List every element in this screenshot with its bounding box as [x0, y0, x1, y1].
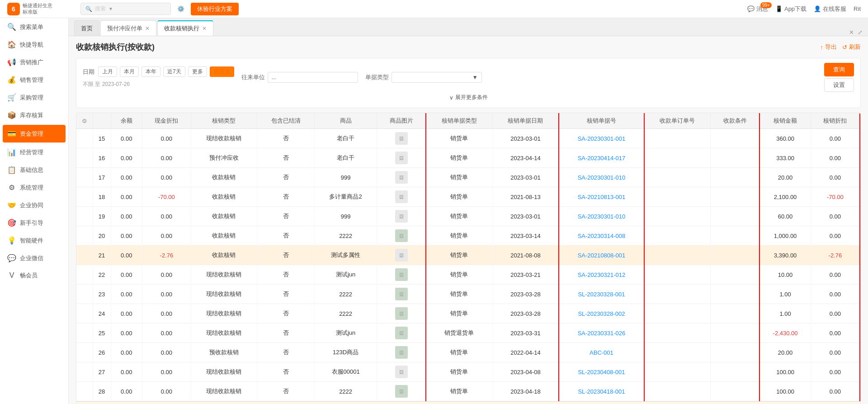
td-seq: 28 [93, 382, 111, 401]
sidebar-item-资金管理[interactable]: 💳资金管理 [3, 125, 66, 143]
sidebar-item-快捷导航[interactable]: 🏠快捷导航 [0, 36, 68, 53]
search-placeholder: 搜索 [95, 5, 106, 13]
date-btn-7days[interactable]: 近7天 [163, 67, 185, 77]
td-product-img: 🖼 [377, 323, 426, 343]
td-row-checkbox [76, 246, 93, 265]
td-row-checkbox [76, 168, 93, 187]
sidebar-item-基础信息[interactable]: 📋基础信息 [0, 161, 68, 179]
tab-prepay[interactable]: 预付冲应付单 ✕ [100, 20, 156, 36]
td-verify-doc-type: 销货单 [426, 343, 492, 362]
settings-icon[interactable]: ⚙️ [175, 3, 187, 15]
tab-home-label: 首页 [81, 24, 93, 33]
partner-input[interactable]: ... [268, 72, 358, 83]
th-verify-doc-no: 核销单据号 [559, 113, 644, 129]
tab-verify-close-icon[interactable]: ✕ [202, 25, 207, 32]
td-product: 2222 [315, 226, 377, 246]
sidebar-item-营销推广[interactable]: 📢营销推广 [0, 53, 68, 71]
tab-home[interactable]: 首页 [74, 20, 99, 36]
td-product-img: 🖼 [377, 343, 426, 362]
sidebar-item-新手引导[interactable]: 🎯新手引导 [0, 214, 68, 232]
td-remainder: 0.00 [111, 265, 142, 285]
user-name[interactable]: Rit [854, 5, 861, 12]
search-area[interactable]: 🔍 搜索 ▼ [80, 3, 171, 15]
sidebar-item-采购管理[interactable]: 🛒采购管理 [0, 89, 68, 106]
td-verify-doc-no[interactable]: ABC-001 [559, 343, 644, 362]
sidebar-item-畅会员[interactable]: V畅会员 [0, 267, 68, 284]
tab-prepay-close-icon[interactable]: ✕ [145, 25, 150, 32]
window-expand-icon[interactable]: ⤢ [858, 29, 863, 36]
doc-type-select[interactable]: ▼ [392, 72, 482, 83]
date-btn-last-month[interactable]: 上月 [98, 67, 117, 77]
td-verify-doc-no[interactable]: SA-20230331-026 [559, 323, 644, 343]
sidebar-icon: 💰 [7, 76, 16, 84]
th-settings[interactable]: ⚙ [76, 113, 93, 129]
refresh-button[interactable]: ↺ 刷新 [842, 43, 861, 51]
td-verify-amount: 2,100.00 [760, 187, 811, 207]
td-verify-doc-no[interactable]: SL-20230408-001 [559, 362, 644, 382]
td-verify-doc-no[interactable]: SL-20230328-002 [559, 304, 644, 323]
online-service-button[interactable]: 👤 在线客服 [814, 5, 846, 13]
product-image: 🖼 [395, 171, 408, 184]
table-footer: 40,556,66... 952.24 [76, 401, 860, 404]
app-download-button[interactable]: 📱 App下载 [775, 5, 807, 13]
expand-conditions-button[interactable]: ∨ 展开更多条件 [449, 94, 488, 101]
td-remainder: 0.00 [111, 382, 142, 401]
message-button[interactable]: 💬 消息 99+ [747, 5, 768, 13]
data-table: ⚙ 余额 现金折扣 核销类型 包含已结清 商品 商品图片 核销单据类型 核销 [76, 113, 860, 401]
logo: 6 畅捷通好生意 标准版 [7, 3, 75, 15]
window-minimize-icon[interactable]: ✕ [849, 29, 854, 36]
export-button[interactable]: ↑ 导出 [821, 43, 837, 51]
sidebar-item-经营管理[interactable]: 📊经营管理 [0, 143, 68, 161]
sidebar-item-销售管理[interactable]: 💰销售管理 [0, 71, 68, 89]
td-verify-doc-no[interactable]: SA-20210813-001 [559, 187, 644, 207]
td-verify-doc-no[interactable]: SA-20210808-001 [559, 246, 644, 265]
sidebar-label: 快捷导航 [20, 41, 43, 49]
column-settings-icon[interactable]: ⚙ [82, 118, 87, 124]
date-filter-label: 日期 [83, 68, 94, 76]
tab-verify[interactable]: 收款核销执行 ✕ [157, 20, 213, 36]
date-btn-this-year[interactable]: 本年 [142, 67, 160, 77]
table-header-row: ⚙ 余额 现金折扣 核销类型 包含已结清 商品 商品图片 核销单据类型 核销 [76, 113, 860, 129]
td-verify-amount: 1,000.00 [760, 226, 811, 246]
page-content: 收款核销执行(按收款) ↑ 导出 ↺ 刷新 [69, 36, 868, 404]
sidebar-label: 搜索菜单 [20, 23, 43, 31]
td-include-settled: 否 [257, 148, 315, 168]
td-remainder: 0.00 [111, 168, 142, 187]
date-btn-custom[interactable]: 自定义 [210, 67, 234, 77]
td-receipt-order-no [644, 362, 711, 382]
sidebar-item-库存核算[interactable]: 📦库存核算 [0, 106, 68, 124]
sidebar-item-智能硬件[interactable]: 💡智能硬件 [0, 232, 68, 249]
td-row-checkbox [76, 323, 93, 343]
td-seq: 26 [93, 343, 111, 362]
product-image: 🖼 [395, 346, 408, 359]
td-seq: 15 [93, 129, 111, 148]
industry-button[interactable]: 休验行业方案 [191, 3, 239, 15]
sidebar-item-企业协同[interactable]: 🤝企业协同 [0, 196, 68, 214]
td-verify-doc-no[interactable]: SA-20230301-010 [559, 168, 644, 187]
td-cash-discount: 0.00 [142, 265, 191, 285]
td-verify-doc-date: 2023-03-14 [492, 226, 559, 246]
date-btn-this-month[interactable]: 本月 [120, 67, 139, 77]
td-verify-doc-no[interactable]: SL-20230328-001 [559, 285, 644, 304]
td-verify-doc-no[interactable]: SA-20230314-008 [559, 226, 644, 246]
td-cash-discount: 0.00 [142, 285, 191, 304]
td-verify-doc-no[interactable]: SA-20230414-017 [559, 148, 644, 168]
td-verify-type: 收款核销 [191, 187, 257, 207]
date-btn-more[interactable]: 更多 [188, 67, 207, 77]
td-remainder: 0.00 [111, 187, 142, 207]
td-verify-doc-no[interactable]: SL-20230418-001 [559, 382, 644, 401]
td-receipt-condition [711, 265, 760, 285]
query-button[interactable]: 查询 [824, 63, 854, 76]
settings-button[interactable]: 设置 [824, 78, 854, 92]
td-product: 测试jun [315, 265, 377, 285]
td-verify-doc-no[interactable]: SA-20230301-010 [559, 207, 644, 226]
td-verify-type: 现结收款核销 [191, 265, 257, 285]
td-verify-doc-date: 2023-04-14 [492, 148, 559, 168]
td-product: 999 [315, 168, 377, 187]
table-row: 17 0.00 0.00 收款核销 否 999 🖼 销货单 2023-03-01… [76, 168, 860, 187]
sidebar-item-系统管理[interactable]: ⚙系统管理 [0, 179, 68, 196]
sidebar-item-企业微信[interactable]: 💬企业微信 [0, 249, 68, 267]
td-verify-doc-no[interactable]: SA-20230321-012 [559, 265, 644, 285]
sidebar-item-搜索菜单[interactable]: 🔍搜索菜单 [0, 18, 68, 36]
td-verify-doc-no[interactable]: SA-20230301-001 [559, 129, 644, 148]
